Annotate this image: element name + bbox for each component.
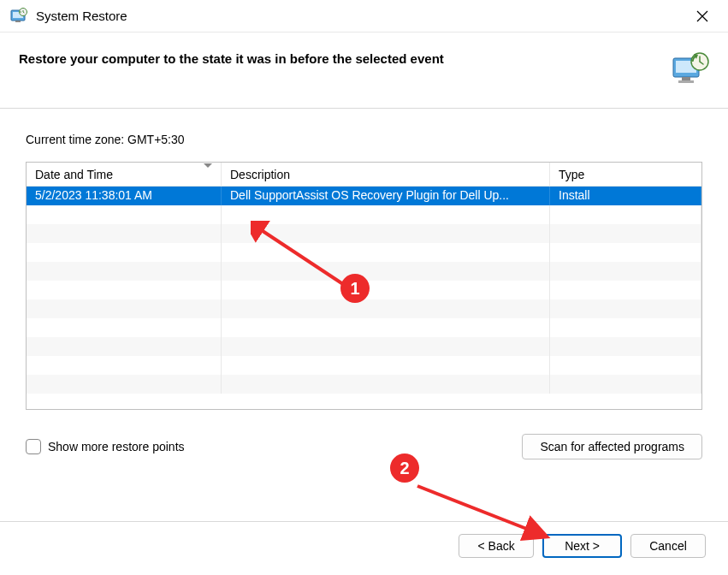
system-restore-icon (672, 51, 709, 86)
below-table-row: Show more restore points Scan for affect… (26, 434, 702, 459)
table-row[interactable] (27, 243, 701, 262)
column-description[interactable]: Description (222, 163, 550, 186)
table-row[interactable]: 5/2/2023 11:38:01 AM Dell SupportAssist … (27, 187, 701, 205)
table-header: Date and Time Description Type (27, 163, 701, 187)
timezone-label: Current time zone: GMT+5:30 (26, 133, 702, 146)
svg-rect-2 (15, 21, 21, 22)
annotation-badge-1: 1 (340, 274, 370, 303)
cell-type: Install (550, 187, 701, 205)
table-row[interactable] (27, 299, 701, 318)
close-icon (696, 10, 708, 22)
table-row[interactable] (27, 375, 701, 394)
wizard-header: Restore your computer to the state it wa… (0, 33, 728, 109)
column-type[interactable]: Type (550, 163, 701, 186)
window-title: System Restore (36, 9, 684, 23)
cell-description: Dell SupportAssist OS Recovery Plugin fo… (222, 187, 550, 205)
annotation-badge-2: 2 (390, 453, 419, 483)
app-icon (10, 8, 27, 25)
close-button[interactable] (684, 3, 721, 29)
checkbox-box (26, 439, 41, 454)
annotation-arrow-2 (411, 479, 556, 548)
table-row[interactable] (27, 337, 701, 356)
table-row[interactable] (27, 205, 701, 224)
table-row[interactable] (27, 318, 701, 337)
svg-rect-8 (682, 77, 690, 80)
scan-affected-button[interactable]: Scan for affected programs (522, 434, 702, 459)
column-date-time[interactable]: Date and Time (27, 163, 222, 186)
title-bar: System Restore (0, 0, 728, 33)
checkbox-label: Show more restore points (48, 440, 185, 453)
cancel-button[interactable]: Cancel (630, 534, 706, 558)
table-row[interactable] (27, 356, 701, 375)
svg-rect-9 (678, 80, 694, 83)
page-heading: Restore your computer to the state it wa… (19, 51, 444, 66)
show-more-checkbox[interactable]: Show more restore points (26, 439, 185, 454)
wizard-footer: < Back Next > Cancel (0, 521, 728, 575)
cell-date-time: 5/2/2023 11:38:01 AM (27, 187, 222, 205)
svg-line-12 (417, 486, 544, 536)
svg-line-11 (257, 228, 353, 291)
table-row[interactable] (27, 224, 701, 243)
